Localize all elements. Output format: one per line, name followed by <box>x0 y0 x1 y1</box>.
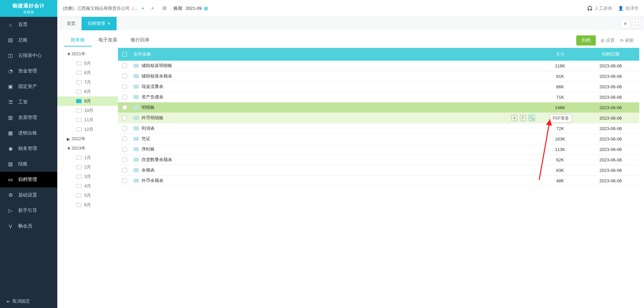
nav-label: 首页 <box>18 22 28 28</box>
row-checkbox[interactable] <box>122 157 127 162</box>
file-date: 2023-06-06 <box>582 126 639 131</box>
tree-month[interactable]: 3月 <box>67 172 118 181</box>
nav-item-6[interactable]: ▥发票管理 <box>0 110 57 125</box>
table-row[interactable]: 辅助核算明细账116K2023-06-06 <box>118 61 639 71</box>
tree-month[interactable]: 5月 <box>67 191 118 200</box>
add-org-button[interactable]: ＋ <box>150 5 155 12</box>
refresh-link[interactable]: ⟳刷新 <box>620 37 634 43</box>
period-value[interactable]: 2021-09 <box>186 6 202 11</box>
year-label: 2022年 <box>71 136 86 142</box>
nav-item-13[interactable]: V畅会员 <box>0 218 57 234</box>
sidebar-unpin[interactable]: ⇤ 取消固定 <box>0 295 57 308</box>
tree-month[interactable]: 11月 <box>67 115 118 125</box>
table-row[interactable]: 外币余额表48K2023-06-06 <box>118 176 639 186</box>
col-name: 文件名称 <box>131 51 538 57</box>
page-tabs: 首页 归档管理 ✕ ✕ ⛶ <box>57 17 644 30</box>
settings-link[interactable]: ⚙设置 <box>601 37 615 43</box>
close-icon[interactable]: ✕ <box>107 21 111 26</box>
tree-month[interactable]: 9月 <box>57 96 118 106</box>
tab-archive[interactable]: 归档管理 ✕ <box>82 17 117 30</box>
nav-item-11[interactable]: ⚙基础设置 <box>0 187 57 203</box>
nav-icon: ◫ <box>7 53 13 59</box>
tree-month[interactable]: 7月 <box>67 78 118 87</box>
tree-month[interactable]: 12月 <box>67 125 118 134</box>
file-size: 48K <box>538 178 582 183</box>
row-checkbox[interactable] <box>122 116 127 120</box>
table-row[interactable]: 凭证163K2023-06-06 <box>118 134 639 144</box>
file-size: 113K <box>538 147 582 152</box>
table-row[interactable]: 存货数量余额表62K2023-06-06 <box>118 155 639 165</box>
table-row[interactable]: 序时账113K2023-06-06 <box>118 144 639 155</box>
row-checkbox[interactable] <box>122 178 127 183</box>
nav: ⌂首页▤总账◫云报表中心◔资金管理▣固定资产☰工资▥发票管理▦进销台账◉税务管理… <box>0 17 57 295</box>
subtab-einvoice[interactable]: 电子发票 <box>92 34 124 47</box>
tab-home[interactable]: 首页 <box>61 17 82 30</box>
row-checkbox[interactable] <box>122 105 127 110</box>
tree-month[interactable]: 6月 <box>67 200 118 210</box>
folder-icon <box>133 116 139 120</box>
calendar-icon[interactable]: ▦ <box>204 6 208 11</box>
row-checkbox[interactable] <box>122 63 127 68</box>
tree-month[interactable]: 1月 <box>67 153 118 162</box>
tree-month[interactable]: 10月 <box>67 106 118 115</box>
download-icon[interactable]: ⬇ <box>511 115 517 121</box>
nav-item-2[interactable]: ◫云报表中心 <box>0 48 57 63</box>
nav-item-3[interactable]: ◔资金管理 <box>0 63 57 79</box>
nav-item-8[interactable]: ◉税务管理 <box>0 141 57 156</box>
archive-button[interactable]: 归档 <box>576 35 596 45</box>
subtab-finance[interactable]: 财务账 <box>64 34 92 47</box>
row-checkbox[interactable] <box>122 95 127 99</box>
tree-month[interactable]: 5月 <box>67 59 118 68</box>
tree-month[interactable]: 4月 <box>67 181 118 191</box>
folder-icon <box>76 109 82 113</box>
folder-icon <box>133 147 139 151</box>
folder-icon <box>133 168 139 172</box>
nav-item-0[interactable]: ⌂首页 <box>0 17 57 32</box>
table-row[interactable]: 利润表72K2023-06-06 <box>118 123 639 134</box>
month-label: 4月 <box>84 183 91 189</box>
subtab-bankslip[interactable]: 银行回单 <box>124 34 156 47</box>
row-checkbox[interactable] <box>122 84 127 89</box>
fullscreen-button[interactable]: ⛶ <box>632 19 641 28</box>
user-menu[interactable]: 👤 徐泽华 <box>618 5 639 11</box>
row-checkbox[interactable] <box>122 126 127 131</box>
support-label: 人工咨询 <box>594 5 612 11</box>
nav-item-10[interactable]: ▭归档管理 <box>0 172 57 187</box>
row-checkbox[interactable] <box>122 74 127 79</box>
row-checkbox[interactable] <box>122 168 127 173</box>
file-date: 2023-06-06 <box>582 74 639 79</box>
row-checkbox[interactable] <box>122 147 127 152</box>
tree-year[interactable]: ▼2021年 <box>67 49 118 59</box>
row-checkbox[interactable] <box>122 136 127 141</box>
folder-icon <box>76 61 82 65</box>
subtabs: 财务账 电子发票 银行回单 归档 ⚙设置 ⟳刷新 <box>57 34 639 47</box>
tree-year[interactable]: ▶2022年 <box>67 134 118 144</box>
table-row[interactable]: 资产负债表71K2023-06-06 <box>118 92 639 102</box>
nav-item-4[interactable]: ▣固定资产 <box>0 79 57 94</box>
nav-item-7[interactable]: ▦进销台账 <box>0 125 57 141</box>
select-all-checkbox[interactable] <box>122 52 127 57</box>
file-date: 2023-06-06 <box>582 63 639 68</box>
nav-item-1[interactable]: ▤总账 <box>0 32 57 48</box>
nav-item-12[interactable]: ▷新手引导 <box>0 203 57 218</box>
tree-month[interactable]: 2月 <box>67 162 118 172</box>
nav-item-9[interactable]: ▧结账 <box>0 156 57 172</box>
tabs-close-button[interactable]: ✕ <box>620 19 630 28</box>
table-row[interactable]: 余额表83K2023-06-06 <box>118 165 639 176</box>
table-row[interactable]: 现金流量表66K2023-06-06 <box>118 82 639 92</box>
org-settings-button[interactable]: ⚙ <box>162 5 167 11</box>
tree-month[interactable]: 8月 <box>67 87 118 96</box>
pdf-icon[interactable]: P <box>520 115 526 121</box>
nav-icon: ⌂ <box>7 22 13 28</box>
org-selector[interactable]: (勿删）江西服宝精品有限责任公司（... ▾ <box>63 5 147 11</box>
month-label: 10月 <box>84 107 93 114</box>
support-link[interactable]: 🎧 人工咨询 <box>587 5 612 11</box>
table-row[interactable]: 明细账246K2023-06-06 <box>118 102 639 113</box>
file-size: 246K <box>538 105 582 110</box>
nav-item-5[interactable]: ☰工资 <box>0 94 57 110</box>
table-row[interactable]: 辅助核算余额表81K2023-06-06 <box>118 71 639 82</box>
tree-month[interactable]: 6月 <box>67 68 118 78</box>
view-icon[interactable]: 🔍 <box>529 115 535 121</box>
tree-year[interactable]: ▼2023年 <box>67 144 118 153</box>
table-row[interactable]: 外币明细账⬇P🔍PDF查看5K2023-06-06 <box>118 113 639 123</box>
